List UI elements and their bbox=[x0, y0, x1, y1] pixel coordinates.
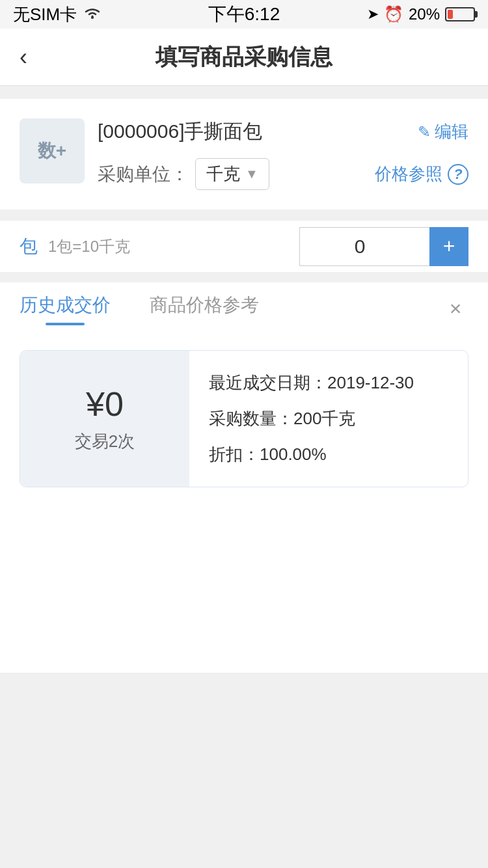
tabs-list: 历史成交价 商品价格参考 bbox=[20, 293, 259, 324]
latest-date-label: 最近成交日期： bbox=[209, 373, 327, 392]
battery-percent: 20% bbox=[409, 5, 440, 23]
tab-close-button[interactable]: × bbox=[442, 295, 468, 321]
purchase-unit-row: 采购单位： 千克 ▼ 价格参照 ? bbox=[98, 158, 468, 190]
battery-fill bbox=[448, 10, 453, 19]
status-right: ➤ ⏰ 20% bbox=[367, 5, 475, 23]
tab-history-label: 历史成交价 bbox=[20, 295, 111, 315]
tab-price-ref-label: 商品价格参考 bbox=[150, 295, 259, 315]
tabs-header: 历史成交价 商品价格参考 × bbox=[0, 282, 488, 334]
location-icon: ➤ bbox=[367, 6, 379, 23]
purchase-qty-label: 采购数量： bbox=[209, 409, 293, 428]
discount-row: 折扣：100.00% bbox=[209, 442, 448, 467]
edit-icon: ✎ bbox=[418, 123, 431, 141]
page-title: 填写商品采购信息 bbox=[156, 42, 332, 72]
status-time: 下午6:12 bbox=[208, 2, 280, 27]
tab-product-price-ref[interactable]: 商品价格参考 bbox=[150, 293, 259, 324]
quantity-label-group: 包 1包=10千克 bbox=[20, 234, 130, 259]
quantity-input[interactable] bbox=[299, 227, 429, 266]
wifi-icon bbox=[83, 5, 102, 25]
nav-bar: ‹ 填写商品采购信息 bbox=[0, 29, 488, 86]
card-price-value: ¥0 bbox=[86, 385, 124, 424]
discount-value: 100.00% bbox=[260, 444, 327, 464]
product-section: 数+ [0000006]手撕面包 ✎ 编辑 采购单位： 千克 ▼ bbox=[0, 99, 488, 210]
product-name-row: [0000006]手撕面包 ✎ 编辑 bbox=[98, 118, 468, 145]
price-ref-label: 价格参照 bbox=[375, 163, 442, 185]
unit-select[interactable]: 千克 ▼ bbox=[195, 158, 269, 190]
content-area: 历史成交价 商品价格参考 × ¥0 交易2次 最近成交日期：2019-12-30 bbox=[0, 282, 488, 673]
product-header: 数+ [0000006]手撕面包 ✎ 编辑 采购单位： 千克 ▼ bbox=[20, 118, 468, 190]
product-full-name: [0000006]手撕面包 bbox=[98, 118, 262, 145]
product-details: [0000006]手撕面包 ✎ 编辑 采购单位： 千克 ▼ 价格参照 ? bbox=[98, 118, 468, 190]
history-card: ¥0 交易2次 最近成交日期：2019-12-30 采购数量：200千克 折扣：… bbox=[20, 350, 468, 487]
bag-label: 包 bbox=[20, 234, 38, 259]
unit-dropdown-icon: ▼ bbox=[245, 167, 258, 182]
status-bar: 无SIM卡 下午6:12 ➤ ⏰ 20% bbox=[0, 0, 488, 29]
price-ref-help-icon: ? bbox=[448, 164, 468, 185]
card-trade-count: 交易2次 bbox=[75, 430, 135, 453]
back-button[interactable]: ‹ bbox=[20, 44, 59, 71]
card-price-section: ¥0 交易2次 bbox=[20, 351, 189, 487]
status-carrier: 无SIM卡 bbox=[13, 3, 102, 26]
card-details-section: 最近成交日期：2019-12-30 采购数量：200千克 折扣：100.00% bbox=[189, 351, 468, 487]
svg-point-0 bbox=[91, 16, 94, 19]
tabs-section: 历史成交价 商品价格参考 × ¥0 交易2次 最近成交日期：2019-12-30 bbox=[0, 282, 488, 673]
edit-button[interactable]: ✎ 编辑 bbox=[418, 120, 468, 143]
bag-unit-hint: 1包=10千克 bbox=[48, 236, 130, 257]
latest-date-row: 最近成交日期：2019-12-30 bbox=[209, 370, 448, 396]
tab-history-price[interactable]: 历史成交价 bbox=[20, 293, 111, 324]
quantity-section: 包 1包=10千克 + bbox=[0, 220, 488, 272]
logo-text: 数+ bbox=[38, 139, 66, 163]
carrier-text: 无SIM卡 bbox=[13, 3, 77, 26]
product-logo: 数+ bbox=[20, 118, 85, 183]
purchase-qty-value: 200千克 bbox=[293, 409, 355, 428]
purchase-qty-row: 采购数量：200千克 bbox=[209, 406, 448, 431]
battery-icon bbox=[445, 7, 475, 21]
increment-button[interactable]: + bbox=[429, 227, 468, 266]
quantity-controls: + bbox=[299, 227, 468, 266]
purchase-unit-label: 采购单位： bbox=[98, 162, 189, 187]
discount-label: 折扣： bbox=[209, 444, 260, 464]
close-icon: × bbox=[450, 297, 462, 321]
latest-date-value: 2019-12-30 bbox=[327, 373, 414, 392]
price-reference-button[interactable]: 价格参照 ? bbox=[375, 163, 468, 185]
unit-value: 千克 bbox=[206, 163, 240, 185]
alarm-icon: ⏰ bbox=[384, 5, 403, 23]
edit-label: 编辑 bbox=[435, 120, 468, 143]
